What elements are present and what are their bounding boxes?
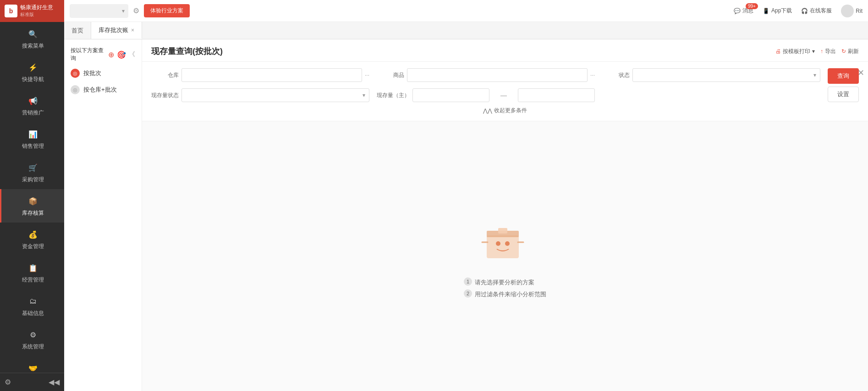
plan-icon-by-batch: ◎ [71, 69, 80, 78]
svg-rect-2 [498, 228, 507, 234]
hint-num-2: 2 [464, 289, 472, 298]
tab-inventory-batch[interactable]: 库存批次账× [91, 22, 142, 39]
warehouse-label: 仓库 [151, 71, 179, 79]
product-input[interactable] [407, 68, 588, 82]
topbar-right: 💬 消息 99+ 📱 App下载 🎧 在线客服 Rit [734, 5, 863, 17]
sidebar-item-enterprise[interactable]: 🤝 企业协同 [0, 356, 64, 373]
plans-container: ◎ 按批次 ◎ 按仓库+批次 [64, 65, 142, 98]
stock-qty-filter-group: 现存量（主） — [377, 88, 595, 102]
hint-item-2: 2 用过滤条件来缩小分析范围 [464, 288, 546, 300]
experience-btn[interactable]: 体验行业方案 [144, 4, 190, 17]
export-icon: ↑ [820, 48, 823, 54]
warehouse-filter-group: 仓库 ··· [151, 68, 369, 82]
refresh-btn[interactable]: ↻ 刷新 [841, 48, 859, 55]
app-download-icon: 📱 [763, 8, 769, 14]
collapse-left-panel-icon[interactable]: 《 [129, 50, 135, 59]
topbar-dropdown-icon[interactable]: ▾ [122, 8, 125, 14]
sidebar-icon-search: 🔍 [27, 27, 39, 40]
page-header: 现存量查询(按批次) 🖨 按模板打印 ▾ ↑ 导出 ↻ 刷新 [142, 39, 868, 62]
filter-section: 仓库 ··· 商品 ··· 状态 [151, 68, 859, 102]
online-service-item[interactable]: 🎧 在线客服 [801, 7, 832, 15]
sidebar-item-quicknav[interactable]: ⚡ 快捷导航 [0, 55, 64, 89]
print-btn[interactable]: 🖨 按模板打印 ▾ [775, 48, 815, 55]
sidebar-item-operations[interactable]: 📋 经营管理 [0, 256, 64, 289]
sidebar-item-search[interactable]: 🔍 搜索菜单 [0, 22, 64, 55]
tab-close-inventory-batch[interactable]: × [131, 27, 134, 33]
status-label: 状态 [602, 71, 630, 79]
topbar-gear-icon[interactable]: ⚙ [133, 6, 139, 15]
left-panel-header-actions: ⊕ 🎯 《 [108, 50, 135, 59]
product-filter-group: 商品 ··· [377, 68, 595, 82]
warehouse-more-icon[interactable]: ··· [365, 72, 369, 78]
right-content: ✕ 现存量查询(按批次) 🖨 按模板打印 ▾ ↑ 导出 ↻ [142, 39, 868, 391]
sidebar-label-sales: 销售管理 [22, 142, 44, 150]
sidebar-item-system[interactable]: ⚙ 系统管理 [0, 323, 64, 356]
sidebar-item-purchase[interactable]: 🛒 采购管理 [0, 156, 64, 189]
sidebar-item-basic[interactable]: 🗂 基础信息 [0, 289, 64, 323]
tab-label-inventory-batch: 库存批次账 [99, 26, 128, 34]
plan-label-by-batch: 按批次 [83, 69, 101, 77]
sidebar-icon-purchase: 🛒 [27, 161, 39, 174]
print-icon: 🖨 [775, 48, 781, 54]
sidebar-scroll: 🔍 搜索菜单 ⚡ 快捷导航 📢 营销推广 📊 销售管理 🛒 采购管理 📦 库存核… [0, 22, 64, 373]
sidebar-item-marketing[interactable]: 📢 营销推广 [0, 89, 64, 122]
topbar-search-input[interactable] [73, 6, 119, 16]
hint-text-1: 请先选择要分析的方案 [475, 277, 534, 288]
messages-item[interactable]: 💬 消息 99+ [734, 7, 753, 15]
plan-item-by-warehouse-batch[interactable]: ◎ 按仓库+批次 [64, 81, 142, 98]
collapse-up-icon: ⋀⋀ [483, 108, 492, 114]
stock-qty-min-input[interactable] [412, 88, 489, 102]
empty-svg [478, 212, 533, 267]
plan-item-by-batch[interactable]: ◎ 按批次 [64, 65, 142, 81]
sidebar-label-marketing: 营销推广 [22, 109, 44, 117]
sidebar: b 畅康通好生意 标准版 🔍 搜索菜单 ⚡ 快捷导航 📢 营销推广 📊 销售管理… [0, 0, 64, 391]
hint-text-2: 用过滤条件来缩小分析范围 [475, 288, 546, 300]
export-label: 导出 [825, 48, 836, 55]
product-label: 商品 [377, 71, 404, 79]
sidebar-label-purchase: 采购管理 [22, 176, 44, 184]
empty-illustration [478, 212, 533, 267]
sidebar-item-finance[interactable]: 💰 资金管理 [0, 223, 64, 256]
app-download-item[interactable]: 📱 App下载 [763, 7, 792, 15]
user-name: Rit [856, 8, 863, 14]
sidebar-label-inventory: 库存核算 [22, 209, 44, 217]
sidebar-item-inventory[interactable]: 📦 库存核算 [0, 189, 64, 223]
topbar: ▾ ⚙ 体验行业方案 💬 消息 99+ 📱 App下载 🎧 在线客服 Rit [64, 0, 868, 22]
print-dropdown-icon[interactable]: ▾ [812, 48, 815, 54]
sidebar-icon-sales: 📊 [27, 128, 39, 141]
settings-icon[interactable]: ⚙ [5, 378, 11, 386]
topbar-search-area: ▾ [70, 4, 128, 18]
user-avatar-item[interactable]: Rit [841, 5, 863, 17]
content-area: 按以下方案查询 ⊕ 🎯 《 ◎ 按批次 ◎ 按仓库+批次 ✕ 现存量查询(按批次… [64, 39, 868, 391]
service-icon: 🎧 [801, 8, 808, 14]
svg-point-3 [496, 241, 500, 246]
settings-plan-icon[interactable]: 🎯 [117, 50, 126, 59]
left-panel: 按以下方案查询 ⊕ 🎯 《 ◎ 按批次 ◎ 按仓库+批次 [64, 39, 142, 391]
tabs-bar: 首页库存批次账× [64, 22, 868, 39]
status-select[interactable]: ▾ [632, 68, 820, 82]
collapse-sidebar-icon[interactable]: ◀◀ [49, 378, 60, 386]
status-select-arrow: ▾ [813, 72, 816, 78]
tab-label-home: 首页 [71, 27, 83, 35]
panel-close-icon[interactable]: ✕ [854, 66, 868, 80]
svg-point-4 [505, 241, 510, 246]
sidebar-icon-marketing: 📢 [27, 94, 39, 107]
stock-qty-max-input[interactable] [518, 88, 595, 102]
sidebar-icon-system: ⚙ [27, 328, 39, 341]
sidebar-label-finance: 资金管理 [22, 243, 44, 250]
empty-state: 1 请先选择要分析的方案 2 用过滤条件来缩小分析范围 [142, 121, 868, 391]
sidebar-item-sales[interactable]: 📊 销售管理 [0, 122, 64, 156]
collapse-more-btn[interactable]: ⋀⋀ 收起更多条件 [151, 107, 859, 114]
add-plan-icon[interactable]: ⊕ [108, 50, 114, 59]
settings-button[interactable]: 设置 [828, 87, 859, 102]
tab-home[interactable]: 首页 [64, 22, 91, 39]
company-name: 畅康通好生意 [20, 4, 53, 11]
stock-status-select[interactable]: ▾ [181, 88, 369, 102]
warehouse-input[interactable] [181, 68, 362, 82]
stock-qty-dash: — [492, 92, 515, 99]
stock-status-arrow: ▾ [363, 92, 365, 98]
stock-status-filter-group: 现存量状态 ▾ [151, 88, 369, 102]
export-btn[interactable]: ↑ 导出 [820, 48, 836, 55]
product-more-icon[interactable]: ··· [590, 72, 595, 78]
sidebar-icon-enterprise: 🤝 [27, 362, 39, 373]
